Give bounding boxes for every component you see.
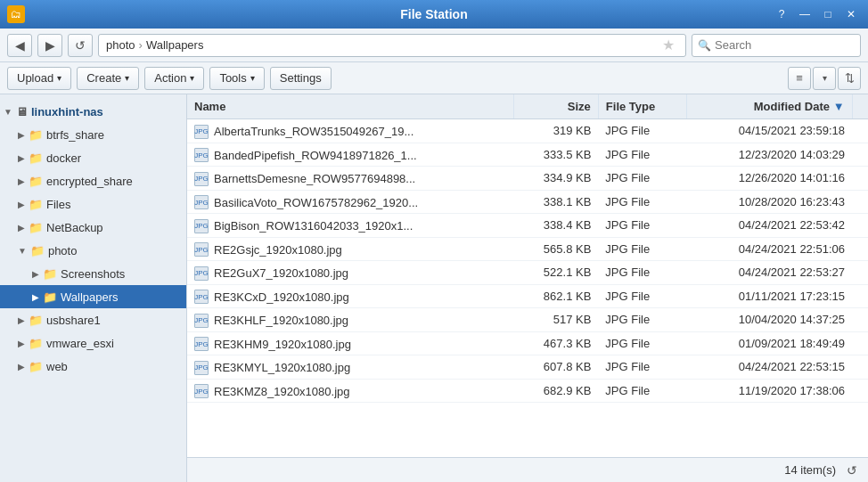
sidebar-item-btrfs_share[interactable]: ▶ 📁 btrfs_share bbox=[0, 123, 186, 146]
upload-button[interactable]: Upload ▾ bbox=[7, 67, 71, 90]
table-row[interactable]: JPG RE3KMZ8_1920x1080.jpg 682.9 KB JPG F… bbox=[187, 379, 868, 403]
filename: RE3KMZ8_1920x1080.jpg bbox=[214, 385, 350, 398]
address-part2: Wallpapers bbox=[146, 38, 204, 52]
status-refresh-button[interactable]: ↺ bbox=[843, 462, 861, 479]
settings-button[interactable]: Settings bbox=[270, 67, 332, 90]
sort-button[interactable]: ⇅ bbox=[838, 67, 861, 90]
cell-extra bbox=[852, 237, 868, 261]
action-toolbar: Upload ▾ Create ▾ Action ▾ Tools ▾ Setti… bbox=[0, 62, 868, 94]
web-arrow: ▶ bbox=[18, 362, 25, 372]
docker-icon: 📁 bbox=[29, 151, 43, 165]
action-button[interactable]: Action ▾ bbox=[144, 67, 204, 90]
jpg-icon: JPG bbox=[194, 384, 209, 398]
minimize-button[interactable]: — bbox=[795, 4, 815, 24]
col-extra bbox=[852, 94, 868, 119]
table-row[interactable]: JPG RE3KHM9_1920x1080.jpg 467.3 KB JPG F… bbox=[187, 331, 868, 355]
cell-extra bbox=[852, 119, 868, 143]
favorite-button[interactable]: ★ bbox=[659, 36, 678, 55]
cell-size: 338.1 KB bbox=[513, 190, 598, 214]
wallpapers-label: Wallpapers bbox=[61, 290, 119, 304]
table-row[interactable]: JPG RE2GuX7_1920x1080.jpg 522.1 KB JPG F… bbox=[187, 261, 868, 285]
filename: BandedPipefish_ROW9418971826_1... bbox=[214, 149, 417, 162]
sidebar: ▼ 🖥 linuxhint-nas ▶ 📁 btrfs_share ▶ 📁 do… bbox=[0, 94, 187, 482]
cell-size: 334.9 KB bbox=[513, 167, 598, 191]
encrypted-icon: 📁 bbox=[29, 175, 43, 188]
screenshots-label: Screenshots bbox=[61, 267, 125, 281]
filename: RE3KHM9_1920x1080.jpg bbox=[214, 338, 351, 351]
cell-name: JPG BarnettsDemesne_ROW9577694898... bbox=[187, 167, 513, 191]
wallpapers-arrow: ▶ bbox=[32, 292, 39, 302]
cell-size: 517 KB bbox=[513, 308, 598, 332]
cell-date: 04/24/2021 22:53:27 bbox=[687, 261, 852, 285]
table-row[interactable]: JPG RE3KMYL_1920x1080.jpg 607.8 KB JPG F… bbox=[187, 355, 868, 380]
cell-extra bbox=[852, 331, 868, 355]
cell-name: JPG RE2GuX7_1920x1080.jpg bbox=[187, 261, 513, 285]
jpg-icon: JPG bbox=[194, 219, 209, 233]
col-size[interactable]: Size bbox=[513, 94, 598, 119]
sidebar-item-netbackup[interactable]: ▶ 📁 NetBackup bbox=[0, 216, 186, 239]
sidebar-item-encrypted_share[interactable]: ▶ 📁 encrypted_share bbox=[0, 169, 186, 192]
cell-type: JPG File bbox=[598, 284, 686, 308]
jpg-icon: JPG bbox=[194, 148, 209, 162]
action-dropdown-icon: ▾ bbox=[190, 73, 194, 83]
forward-button[interactable]: ▶ bbox=[37, 34, 62, 57]
photo-label: photo bbox=[48, 244, 78, 257]
help-button[interactable]: ? bbox=[772, 4, 791, 24]
sidebar-item-wallpapers[interactable]: ▶ 📁 Wallpapers bbox=[0, 285, 186, 308]
sidebar-item-usbshare1[interactable]: ▶ 📁 usbshare1 bbox=[0, 308, 186, 331]
table-row[interactable]: JPG AlbertaTrunks_ROW3515049267_19... 31… bbox=[187, 119, 868, 143]
filename: AlbertaTrunks_ROW3515049267_19... bbox=[214, 125, 414, 138]
view-dropdown-button[interactable]: ▾ bbox=[813, 67, 836, 90]
table-row[interactable]: JPG BigBison_ROW1316042033_1920x1... 338… bbox=[187, 214, 868, 238]
table-row[interactable]: JPG RE3KCxD_1920x1080.jpg 862.1 KB JPG F… bbox=[187, 284, 868, 308]
menu-view-button[interactable]: ≡ bbox=[788, 67, 811, 90]
cell-type: JPG File bbox=[598, 143, 686, 167]
maximize-button[interactable]: □ bbox=[818, 4, 838, 24]
col-name[interactable]: Name bbox=[187, 94, 513, 119]
table-row[interactable]: JPG BarnettsDemesne_ROW9577694898... 334… bbox=[187, 167, 868, 191]
tools-dropdown-icon: ▾ bbox=[250, 73, 255, 83]
sidebar-root[interactable]: ▼ 🖥 linuxhint-nas bbox=[0, 100, 186, 123]
file-table-body: JPG AlbertaTrunks_ROW3515049267_19... 31… bbox=[187, 119, 868, 403]
upload-dropdown-icon: ▾ bbox=[57, 73, 61, 83]
cell-size: 682.9 KB bbox=[513, 379, 598, 403]
netbackup-arrow: ▶ bbox=[18, 223, 25, 233]
cell-name: JPG RE3KMYL_1920x1080.jpg bbox=[187, 355, 513, 380]
cell-date: 12/26/2020 14:01:16 bbox=[687, 167, 852, 191]
sidebar-item-files[interactable]: ▶ 📁 Files bbox=[0, 192, 186, 216]
app-icon: 🗂 bbox=[7, 5, 25, 23]
cell-size: 467.3 KB bbox=[513, 331, 598, 355]
table-row[interactable]: JPG RE3KHLF_1920x1080.jpg 517 KB JPG Fil… bbox=[187, 308, 868, 332]
screenshots-icon: 📁 bbox=[43, 267, 57, 281]
docker-arrow: ▶ bbox=[18, 153, 25, 163]
table-row[interactable]: JPG RE2Gsjc_1920x1080.jpg 565.8 KB JPG F… bbox=[187, 237, 868, 261]
sidebar-item-vmware_esxi[interactable]: ▶ 📁 vmware_esxi bbox=[0, 331, 186, 355]
filename: RE3KCxD_1920x1080.jpg bbox=[214, 290, 349, 304]
cell-name: JPG RE3KMZ8_1920x1080.jpg bbox=[187, 379, 513, 403]
sidebar-item-docker[interactable]: ▶ 📁 docker bbox=[0, 146, 186, 169]
sidebar-item-screenshots[interactable]: ▶ 📁 Screenshots bbox=[0, 262, 186, 285]
cell-size: 862.1 KB bbox=[513, 284, 598, 308]
title-bar-left: 🗂 bbox=[7, 5, 25, 23]
refresh-button[interactable]: ↺ bbox=[68, 34, 93, 57]
tools-button[interactable]: Tools ▾ bbox=[209, 67, 264, 90]
sidebar-item-photo[interactable]: ▼ 📁 photo bbox=[0, 239, 186, 262]
close-button[interactable]: ✕ bbox=[841, 4, 861, 24]
jpg-icon: JPG bbox=[194, 290, 209, 304]
sidebar-item-web[interactable]: ▶ 📁 web bbox=[0, 355, 186, 378]
address-bar[interactable]: photo › Wallpapers ★ bbox=[98, 34, 686, 57]
main-layout: ▼ 🖥 linuxhint-nas ▶ 📁 btrfs_share ▶ 📁 do… bbox=[0, 94, 868, 482]
col-type[interactable]: File Type bbox=[598, 94, 686, 119]
search-input[interactable] bbox=[715, 38, 855, 52]
title-bar: 🗂 File Station ? — □ ✕ bbox=[0, 0, 868, 29]
back-button[interactable]: ◀ bbox=[7, 34, 32, 57]
cell-type: JPG File bbox=[598, 237, 686, 261]
photo-icon: 📁 bbox=[30, 244, 45, 257]
view-controls: ≡ ▾ ⇅ bbox=[788, 67, 861, 90]
col-date[interactable]: Modified Date ▼ bbox=[687, 94, 852, 119]
vmware-icon: 📁 bbox=[29, 337, 43, 350]
table-row[interactable]: JPG BasilicaVoto_ROW1675782962_1920... 3… bbox=[187, 190, 868, 214]
cell-type: JPG File bbox=[598, 190, 686, 214]
create-button[interactable]: Create ▾ bbox=[77, 67, 139, 90]
table-row[interactable]: JPG BandedPipefish_ROW9418971826_1... 33… bbox=[187, 143, 868, 167]
